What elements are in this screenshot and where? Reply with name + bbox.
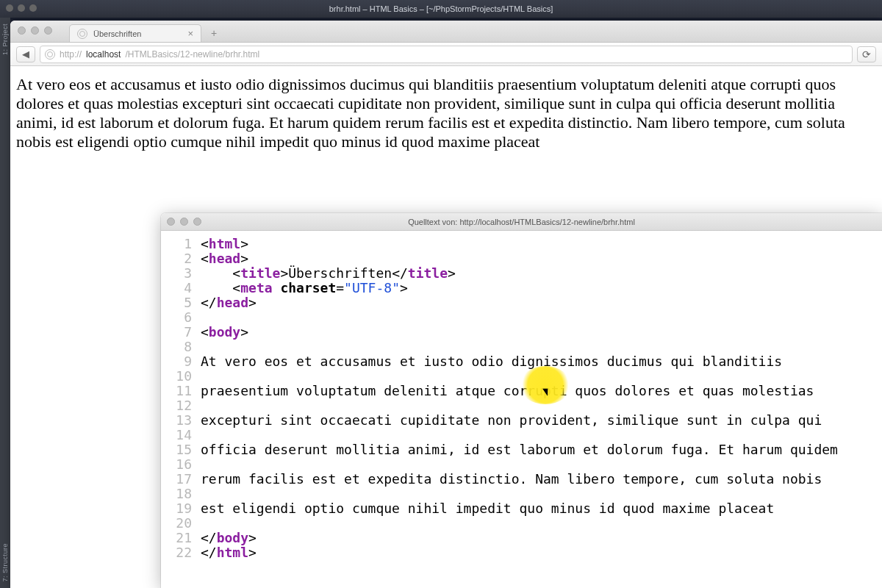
globe-icon: [77, 29, 87, 39]
window-minimize-icon[interactable]: [180, 218, 188, 226]
code-line: 19est eligendi optio cumque nihil impedi…: [161, 501, 882, 516]
ide-tool-project[interactable]: 1: Project: [1, 24, 9, 55]
code-line: 21</body>: [161, 531, 882, 545]
ide-traffic-lights: [6, 4, 37, 12]
tab-title: Überschriften: [93, 29, 182, 38]
code-line: 14: [161, 428, 882, 442]
url-path: /HTMLBasics/12-newline/brhr.html: [125, 49, 259, 60]
window-close-icon[interactable]: [18, 26, 26, 35]
site-globe-icon: [45, 49, 55, 60]
code-line: 4 <meta charset="UTF-8">: [161, 281, 882, 295]
view-source-window: Quelltext von: http://localhost/HTMLBasi…: [161, 213, 882, 588]
tab-close-icon[interactable]: ×: [187, 29, 193, 38]
code-line: 6: [161, 310, 882, 325]
url-bar[interactable]: http://localhost/HTMLBasics/12-newline/b…: [40, 46, 853, 63]
code-line: 20: [161, 516, 882, 531]
browser-toolbar: ◀ http://localhost/HTMLBasics/12-newline…: [10, 43, 882, 66]
back-icon: ◀: [22, 49, 29, 60]
code-line: 5</head>: [161, 295, 882, 310]
code-line: 1<html>: [161, 237, 882, 251]
code-line: 11praesentium voluptatum deleniti atque …: [161, 384, 882, 398]
reload-button[interactable]: ⟳: [857, 46, 876, 62]
url-host: localhost: [86, 49, 121, 60]
code-line: 3 <title>Überschriften</title>: [161, 266, 882, 281]
url-scheme: http://: [60, 49, 82, 60]
source-traffic-lights[interactable]: [167, 218, 201, 226]
code-line: 2<head>: [161, 251, 882, 266]
code-line: 8: [161, 340, 882, 354]
window-zoom-icon[interactable]: [193, 218, 201, 226]
code-line: 12: [161, 398, 882, 413]
code-line: 10: [161, 369, 882, 384]
window-zoom-icon[interactable]: [44, 26, 52, 35]
code-line: 13excepturi sint occaecati cupiditate no…: [161, 413, 882, 428]
code-line: 18: [161, 487, 882, 501]
browser-tabstrip: Überschriften × +: [10, 21, 882, 43]
back-button[interactable]: ◀: [16, 46, 35, 62]
reload-icon: ⟳: [862, 49, 871, 60]
ide-titlebar: brhr.html – HTML Basics – [~/PhpStormPro…: [0, 0, 882, 18]
source-window-title: Quelltext von: http://localhost/HTMLBasi…: [408, 218, 635, 226]
ide-left-sidebar: 1: Project 7: Structure: [0, 18, 10, 588]
new-tab-button[interactable]: +: [206, 26, 222, 40]
code-line: 7<body>: [161, 325, 882, 340]
code-line: 16: [161, 457, 882, 472]
window-minimize-icon[interactable]: [31, 26, 39, 35]
browser-tab-active[interactable]: Überschriften ×: [69, 24, 201, 42]
code-line: 9At vero eos et accusamus et iusto odio …: [161, 354, 882, 369]
page-body-text: At vero eos et accusamus et iusto odio d…: [10, 66, 882, 151]
source-code-area[interactable]: 1<html> 2<head> 3 <title>Überschriften</…: [161, 231, 882, 588]
ide-title-text: brhr.html – HTML Basics – [~/PhpStormPro…: [329, 4, 553, 13]
code-line: 17rerum facilis est et expedita distinct…: [161, 472, 882, 487]
code-line: 15officia deserunt mollitia animi, id es…: [161, 442, 882, 457]
code-line: 22</html>: [161, 545, 882, 560]
source-titlebar: Quelltext von: http://localhost/HTMLBasi…: [161, 213, 882, 231]
ide-tool-structure[interactable]: 7: Structure: [1, 543, 9, 582]
browser-viewport[interactable]: At vero eos et accusamus et iusto odio d…: [10, 66, 882, 588]
browser-window: Überschriften × + ◀ http://localhost/HTM…: [10, 21, 882, 588]
window-close-icon[interactable]: [167, 218, 175, 226]
browser-traffic-lights[interactable]: [18, 26, 52, 35]
